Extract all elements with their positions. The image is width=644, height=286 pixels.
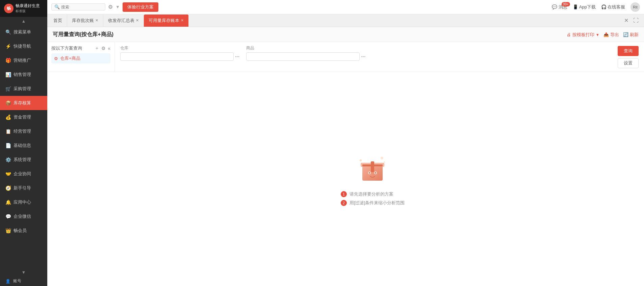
- close-tab-available[interactable]: ✕: [181, 18, 184, 23]
- message-icon: 💬: [552, 4, 557, 9]
- sidebar-item-operation[interactable]: 📋 经营管理: [0, 124, 47, 138]
- search-input[interactable]: [61, 5, 102, 9]
- svg-rect-2: [371, 161, 374, 172]
- purchase-icon: 🛒: [5, 86, 11, 92]
- export-action[interactable]: 📤 导出: [603, 32, 619, 38]
- sidebar-item-enterprise[interactable]: 🤝 企业协同: [0, 167, 47, 181]
- marketing-icon: 🎁: [5, 58, 11, 63]
- svg-point-10: [375, 172, 376, 174]
- tabs-bar: 首页 库存批次账 ✕ 收发存汇总表 ✕ 可用量库存账本 ✕ ✕ ⛶: [47, 14, 644, 27]
- sidebar-item-search[interactable]: 🔍 搜索菜单: [0, 25, 47, 39]
- tab-batch-account[interactable]: 库存批次账 ✕: [67, 15, 103, 27]
- tip-num-2: 2: [341, 200, 347, 206]
- close-tab-collect[interactable]: ✕: [136, 18, 139, 23]
- settings-scheme-button[interactable]: ⚙: [101, 46, 106, 51]
- close-tab-batch[interactable]: ✕: [95, 18, 98, 23]
- warehouse-label: 仓库: [120, 45, 239, 51]
- collapse-filter-button[interactable]: «: [108, 46, 110, 51]
- warehouse-more-button[interactable]: ···: [235, 54, 239, 60]
- print-action[interactable]: 🖨 按模板打印 ▼: [567, 32, 599, 38]
- headset-icon: 🎧: [601, 4, 607, 9]
- product-label: 商品: [246, 45, 365, 51]
- add-scheme-button[interactable]: ＋: [95, 45, 99, 51]
- tip-num-1: 1: [341, 191, 347, 197]
- message-notification[interactable]: 💬 消息 99+: [552, 4, 567, 10]
- sidebar-user-bottom[interactable]: 👤 账号: [0, 276, 47, 286]
- expand-button[interactable]: ⛶: [632, 16, 640, 25]
- topbar-search-box[interactable]: 🔍: [51, 3, 105, 10]
- product-field: 商品 ···: [246, 45, 365, 61]
- app-download-link[interactable]: 📱 App下载: [573, 4, 596, 10]
- filter-scheme-item[interactable]: ⚙ 仓库+商品: [51, 53, 110, 63]
- wechat-icon: 💬: [5, 214, 11, 219]
- sidebar-item-marketing[interactable]: 🎁 营销推广: [0, 53, 47, 68]
- message-badge: 99+: [562, 2, 570, 6]
- sidebar-item-system[interactable]: ⚙️ 系统管理: [0, 153, 47, 167]
- svg-point-9: [369, 172, 370, 174]
- tabs-right-actions: ✕ ⛶: [623, 16, 643, 25]
- tab-collect-summary[interactable]: 收发存汇总表 ✕: [103, 15, 144, 27]
- gear-icon[interactable]: ⚙: [108, 4, 113, 10]
- svg-point-6: [381, 157, 383, 159]
- empty-tips: 1 请先选择要分析的方案 2 用[过滤]条件来缩小分析范围: [341, 191, 405, 206]
- sales-icon: 📊: [5, 72, 11, 77]
- online-service-link[interactable]: 🎧 在线客服: [601, 4, 625, 10]
- dropdown-icon[interactable]: ▼: [115, 4, 120, 9]
- sidebar-scroll-down[interactable]: ▼: [0, 268, 47, 276]
- sidebar: 畅 畅康通好生意 标准版 ▲ 🔍 搜索菜单 ⚡ 快捷导航 🎁 营销推广 📊 销售…: [0, 0, 47, 286]
- app-tag: 标准版: [16, 9, 40, 14]
- scheme-icon: ⚙: [54, 56, 58, 61]
- enterprise-icon: 🤝: [5, 171, 11, 177]
- svg-rect-3: [362, 164, 383, 166]
- quick-nav-icon: ⚡: [5, 44, 11, 49]
- sidebar-item-purchase[interactable]: 🛒 采购管理: [0, 82, 47, 96]
- refresh-icon: 🔄: [623, 32, 628, 37]
- empty-illustration: [356, 152, 389, 186]
- sidebar-item-apps[interactable]: 🔔 应用中心: [0, 195, 47, 209]
- filter-area: 按以下方案查询 ＋ ⚙ « ⚙ 仓库+商品 仓库 ·: [47, 42, 644, 72]
- main-area: 🔍 ⚙ ▼ 体验行业方案 💬 消息 99+ 📱 App下载 🎧 在线客服 Rit: [47, 0, 644, 286]
- product-input[interactable]: [246, 52, 360, 61]
- product-more-button[interactable]: ···: [361, 54, 365, 60]
- trial-button[interactable]: 体验行业方案: [123, 2, 158, 12]
- page-title: 可用量查询(按仓库+商品): [53, 31, 113, 38]
- sidebar-scroll-up[interactable]: ▲: [0, 17, 47, 25]
- sidebar-header: 畅 畅康通好生意 标准版: [0, 0, 47, 17]
- inventory-icon: 📦: [5, 100, 11, 106]
- svg-point-5: [384, 161, 385, 163]
- system-icon: ⚙️: [5, 157, 11, 162]
- export-icon: 📤: [603, 32, 609, 37]
- svg-point-4: [360, 159, 362, 161]
- product-input-row: ···: [246, 52, 365, 61]
- tip-1: 1 请先选择要分析的方案: [341, 191, 405, 197]
- member-icon: 👑: [5, 228, 11, 233]
- user-icon: 👤: [5, 279, 10, 284]
- query-button[interactable]: 查询: [618, 46, 639, 56]
- apps-icon: 🔔: [5, 200, 11, 205]
- app-icon: 畅: [4, 4, 14, 13]
- content-area: 可用量查询(按仓库+商品) 🖨 按模板打印 ▼ 📤 导出 🔄 刷新: [47, 27, 644, 286]
- user-avatar[interactable]: Rit: [630, 2, 640, 12]
- settings-button[interactable]: 设置: [618, 58, 639, 68]
- empty-state: 1 请先选择要分析的方案 2 用[过滤]条件来缩小分析范围: [47, 72, 644, 286]
- topbar-right: 💬 消息 99+ 📱 App下载 🎧 在线客服 Rit: [552, 2, 640, 12]
- operation-icon: 📋: [5, 129, 11, 134]
- sidebar-item-guide[interactable]: 🧭 新手引导: [0, 181, 47, 195]
- warehouse-input-row: ···: [120, 52, 239, 61]
- refresh-action[interactable]: 🔄 刷新: [623, 32, 639, 38]
- sidebar-item-basic[interactable]: 📄 基础信息: [0, 138, 47, 153]
- close-all-tabs-button[interactable]: ✕: [623, 16, 630, 25]
- tab-home[interactable]: 首页: [49, 15, 67, 27]
- filter-scheme-actions: ＋ ⚙ «: [95, 45, 110, 51]
- sidebar-item-wechat[interactable]: 💬 企业微信: [0, 209, 47, 224]
- sidebar-item-inventory[interactable]: 📦 库存核算: [0, 96, 47, 110]
- warehouse-input[interactable]: [120, 52, 234, 61]
- search-icon: 🔍: [5, 29, 11, 35]
- sidebar-item-finance[interactable]: 💰 资金管理: [0, 110, 47, 124]
- sidebar-item-quick-nav[interactable]: ⚡ 快捷导航: [0, 39, 47, 53]
- sidebar-item-sales[interactable]: 📊 销售管理: [0, 68, 47, 82]
- tab-available-stock[interactable]: 可用量库存账本 ✕: [144, 15, 189, 27]
- tip-2: 2 用[过滤]条件来缩小分析范围: [341, 200, 405, 206]
- sidebar-item-member[interactable]: 👑 畅会员: [0, 224, 47, 238]
- finance-icon: 💰: [5, 114, 11, 120]
